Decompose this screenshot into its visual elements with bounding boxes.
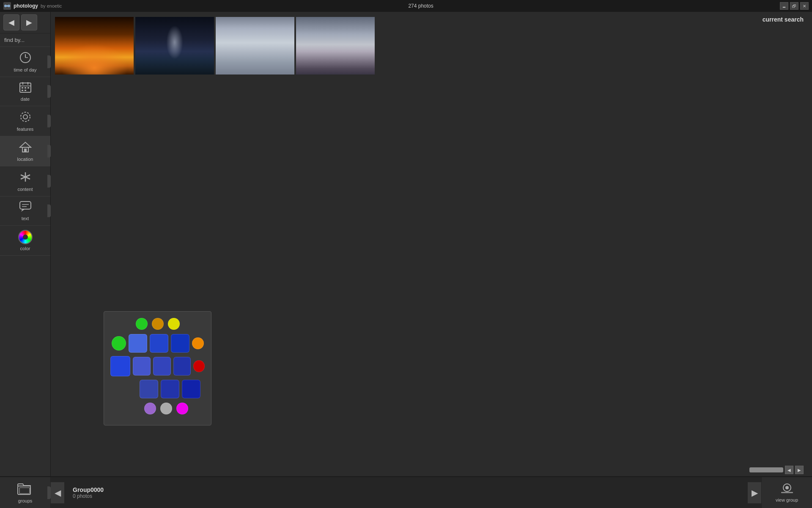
app-logo-icon xyxy=(3,2,11,10)
group-name: Group0000 xyxy=(73,486,739,493)
color-purple-dot[interactable] xyxy=(144,403,156,414)
sidebar-item-date[interactable]: date xyxy=(0,77,50,106)
svg-rect-29 xyxy=(19,488,30,494)
home-icon xyxy=(19,141,32,155)
scroll-left-button[interactable]: ◀ xyxy=(785,466,793,474)
sidebar-tab xyxy=(47,85,51,98)
photo-count: 274 photos xyxy=(408,3,433,9)
svg-rect-32 xyxy=(781,492,793,493)
folders-icon xyxy=(17,482,34,498)
sidebar-header: find by... xyxy=(0,33,50,47)
color-orange-dot[interactable] xyxy=(192,337,204,349)
color-blue8-swatch[interactable] xyxy=(161,380,179,398)
sidebar-item-time-of-day[interactable]: time of day xyxy=(0,47,50,77)
sidebar-label-content: content xyxy=(17,187,33,192)
sidebar-item-text[interactable]: text xyxy=(0,196,50,226)
calendar-icon xyxy=(19,81,32,95)
maximize-button[interactable]: 🗗 xyxy=(790,2,798,10)
titlebar-left: photology by enoetic xyxy=(3,2,62,10)
titlebar: photology by enoetic 274 photos 🗕 🗗 ✕ xyxy=(0,0,812,12)
svg-rect-3 xyxy=(5,5,9,7)
sidebar-item-features[interactable]: features xyxy=(0,106,50,136)
photo-cell[interactable] xyxy=(54,16,134,75)
svg-point-16 xyxy=(23,115,27,119)
sidebar-item-location[interactable]: location xyxy=(0,136,50,166)
nav-row: ◀ ▶ xyxy=(0,12,50,33)
app-name: photology xyxy=(14,3,38,9)
color-blue7-swatch[interactable] xyxy=(140,380,158,398)
color-yellow-dot[interactable] xyxy=(168,318,180,330)
sidebar-tab xyxy=(47,204,51,217)
color-brown-dot[interactable] xyxy=(152,318,164,330)
content-area: ◀ ▶ find by... time of day xyxy=(0,12,812,476)
scroll-bar-area: ◀ ▶ xyxy=(749,466,804,474)
current-search-label: current search xyxy=(763,16,804,23)
asterisk-icon xyxy=(19,171,32,185)
svg-marker-18 xyxy=(20,142,31,147)
sidebar-item-color[interactable]: color xyxy=(0,226,50,256)
gear-icon xyxy=(19,110,32,125)
svg-rect-15 xyxy=(25,90,26,91)
color-blue5-swatch[interactable] xyxy=(153,357,171,375)
sidebar-tab xyxy=(47,55,51,68)
groups-panel[interactable]: groups xyxy=(0,477,51,508)
photo-cell[interactable] xyxy=(215,16,295,75)
sidebar-tab xyxy=(47,115,51,127)
svg-point-17 xyxy=(21,112,30,121)
group-info: Group0000 0 photos xyxy=(64,486,748,499)
back-button[interactable]: ◀ xyxy=(3,14,19,30)
color-magenta-dot[interactable] xyxy=(176,403,188,414)
svg-rect-11 xyxy=(22,87,23,88)
color-blue9-swatch[interactable] xyxy=(182,380,200,398)
group-next-button[interactable]: ▶ xyxy=(748,482,761,503)
sidebar-label-color: color xyxy=(20,246,30,251)
chat-icon xyxy=(19,201,32,214)
svg-rect-24 xyxy=(20,202,31,209)
color-blue6-swatch[interactable] xyxy=(173,357,191,375)
clock-icon xyxy=(19,51,32,66)
color-red-dot[interactable] xyxy=(193,360,205,372)
left-panel: ◀ ▶ find by... time of day xyxy=(0,12,51,476)
color-blue3-swatch[interactable] xyxy=(171,334,189,353)
color-green-large-dot[interactable] xyxy=(112,336,126,351)
group-prev-button[interactable]: ◀ xyxy=(51,482,64,503)
photo-grid xyxy=(51,12,812,79)
bottom-bar: groups ◀ Group0000 0 photos ▶ view group xyxy=(0,476,812,508)
groups-tab xyxy=(47,486,51,499)
svg-rect-20 xyxy=(24,149,27,152)
photo-area: current search xyxy=(51,12,812,476)
sidebar-label-location: location xyxy=(17,157,33,162)
sidebar-item-content[interactable]: content xyxy=(0,166,50,196)
color-picker-popup xyxy=(104,311,211,425)
color-gray-dot[interactable] xyxy=(160,403,172,414)
scroll-right-button[interactable]: ▶ xyxy=(795,466,804,474)
sidebar-label-features: features xyxy=(17,127,34,132)
sidebar-tab xyxy=(47,175,51,188)
color-wheel-icon xyxy=(18,230,33,244)
app-brand: by enoetic xyxy=(41,3,62,8)
color-blue-selected-swatch[interactable] xyxy=(110,356,130,376)
main-container: ◀ ▶ find by... time of day xyxy=(0,12,812,508)
color-green-dot[interactable] xyxy=(136,318,148,330)
photo-cell[interactable] xyxy=(295,16,376,75)
svg-rect-14 xyxy=(22,90,23,91)
view-group-panel[interactable]: view group xyxy=(761,477,812,508)
forward-button[interactable]: ▶ xyxy=(21,14,37,30)
color-picker-bottom-row xyxy=(110,403,205,414)
group-count: 0 photos xyxy=(73,493,739,499)
minimize-button[interactable]: 🗕 xyxy=(780,2,788,10)
view-group-icon xyxy=(779,483,795,497)
color-blue1-swatch[interactable] xyxy=(129,334,147,353)
color-blue2-swatch[interactable] xyxy=(150,334,168,353)
svg-rect-13 xyxy=(27,87,29,88)
sidebar-label-text: text xyxy=(22,216,29,221)
color-picker-top-row xyxy=(110,318,205,330)
scroll-thumb[interactable] xyxy=(749,467,783,472)
view-group-label: view group xyxy=(776,497,798,502)
close-button[interactable]: ✕ xyxy=(800,2,809,10)
sidebar-tab xyxy=(47,145,51,157)
photo-cell[interactable] xyxy=(134,16,215,75)
color-blue4-swatch[interactable] xyxy=(133,357,151,375)
groups-panel-label: groups xyxy=(18,498,33,503)
window-controls: 🗕 🗗 ✕ xyxy=(780,2,809,10)
